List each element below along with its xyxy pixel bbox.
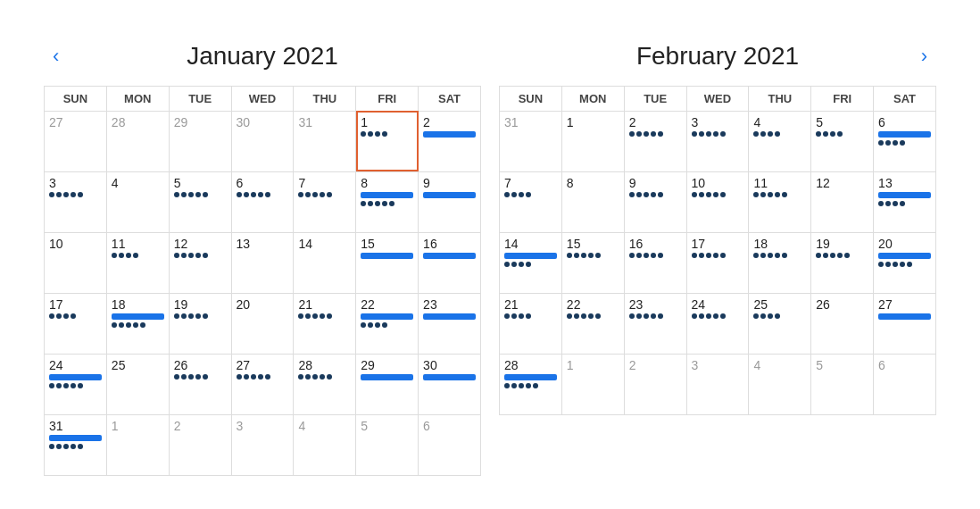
event-dot: [375, 131, 380, 137]
calendar-cell[interactable]: 15: [356, 232, 419, 293]
calendar-cell[interactable]: 7: [294, 171, 356, 232]
calendar-cell[interactable]: 4: [749, 354, 811, 414]
calendar-cell[interactable]: 8: [356, 171, 419, 232]
calendar-cell[interactable]: 9: [624, 171, 686, 232]
calendar-cell[interactable]: 14: [294, 232, 356, 293]
calendar-cell[interactable]: 4: [294, 414, 356, 475]
calendar-cell[interactable]: 5: [811, 111, 874, 171]
calendar-cell[interactable]: 13: [231, 232, 294, 293]
day-number: 8: [567, 176, 619, 190]
day-number: 5: [174, 176, 227, 190]
calendar-cell[interactable]: 25: [106, 354, 169, 414]
day-number: 15: [361, 237, 413, 251]
calendar-cell[interactable]: 21: [294, 293, 356, 354]
calendar-cell[interactable]: 22: [561, 293, 624, 354]
calendar-cell[interactable]: 3: [686, 354, 749, 414]
prev-month-button[interactable]: ‹: [44, 41, 68, 71]
event-dot: [658, 313, 663, 319]
calendar-cell[interactable]: 21: [500, 293, 562, 354]
calendar-cell[interactable]: 12: [811, 171, 874, 232]
calendar-cell[interactable]: 16: [624, 232, 686, 293]
calendar-cell[interactable]: 1: [106, 414, 169, 475]
calendar-cell[interactable]: 24: [686, 293, 749, 354]
calendar-cell[interactable]: 31: [45, 414, 107, 475]
weekday-header: TUE: [624, 86, 686, 111]
event-dot: [203, 253, 208, 258]
calendar-cell[interactable]: 23: [624, 293, 686, 354]
calendar-cell[interactable]: 12: [169, 232, 231, 293]
day-number: 12: [816, 176, 868, 190]
event-dot: [298, 192, 303, 197]
calendar-cell[interactable]: 13: [874, 171, 936, 232]
calendar-cell[interactable]: 3: [686, 111, 749, 171]
calendar-cell[interactable]: 2: [419, 111, 481, 171]
calendar-cell[interactable]: 11: [106, 232, 169, 293]
calendar-cell[interactable]: 7: [500, 171, 562, 232]
calendar-cell[interactable]: 8: [561, 171, 624, 232]
event-dot: [644, 192, 649, 197]
calendar-cell[interactable]: 2: [624, 111, 686, 171]
calendar-cell[interactable]: 10: [686, 171, 749, 232]
calendar-cell[interactable]: 28: [500, 354, 562, 414]
calendar-cell[interactable]: 6: [874, 354, 936, 414]
calendar-cell[interactable]: 22: [356, 293, 419, 354]
day-number: 7: [504, 176, 557, 190]
calendar-cell[interactable]: 24: [45, 354, 107, 414]
day-number: 7: [298, 176, 351, 190]
calendar-cell[interactable]: 28: [106, 111, 169, 171]
calendar-cell[interactable]: 2: [624, 354, 686, 414]
next-month-button[interactable]: ›: [912, 41, 936, 71]
calendar-cell[interactable]: 17: [686, 232, 749, 293]
calendar-cell[interactable]: 31: [500, 111, 562, 171]
event-dot: [312, 192, 318, 197]
calendar-cell[interactable]: 26: [169, 354, 231, 414]
calendar-cell[interactable]: 14: [500, 232, 562, 293]
calendar-cell[interactable]: 17: [45, 293, 107, 354]
calendar-cell[interactable]: 4: [749, 111, 811, 171]
calendar-cell[interactable]: 2: [169, 414, 231, 475]
calendar-cell[interactable]: 16: [419, 232, 481, 293]
calendar-cell[interactable]: 29: [356, 354, 419, 414]
calendar-cell[interactable]: 18: [106, 293, 169, 354]
event-dot: [768, 313, 773, 319]
calendar-cell[interactable]: 29: [169, 111, 231, 171]
calendar-cell[interactable]: 4: [106, 171, 169, 232]
calendar-cell[interactable]: 1: [561, 354, 624, 414]
calendar-cell[interactable]: 1: [561, 111, 624, 171]
calendar-cell[interactable]: 15: [561, 232, 624, 293]
calendar-cell[interactable]: 3: [231, 414, 294, 475]
calendar-cell[interactable]: 26: [811, 293, 874, 354]
day-number: 22: [361, 297, 413, 312]
event-dot: [629, 313, 635, 319]
event-dot: [837, 131, 843, 137]
event-dot: [174, 374, 179, 380]
calendar-cell[interactable]: 19: [811, 232, 874, 293]
calendar-cell[interactable]: 9: [419, 171, 481, 232]
event-dot: [706, 313, 711, 319]
calendar-cell[interactable]: 27: [231, 354, 294, 414]
calendar-cell[interactable]: 6: [231, 171, 294, 232]
day-number: 3: [692, 115, 744, 129]
calendar-cell[interactable]: 6: [874, 111, 936, 171]
calendar-cell[interactable]: 1: [356, 111, 419, 171]
calendar-cell[interactable]: 27: [874, 293, 936, 354]
calendar-cell[interactable]: 3: [45, 171, 107, 232]
event-dot: [720, 192, 726, 197]
calendar-cell[interactable]: 28: [294, 354, 356, 414]
calendar-cell[interactable]: 20: [874, 232, 936, 293]
calendar-cell[interactable]: 5: [169, 171, 231, 232]
calendar-cell[interactable]: 30: [419, 354, 481, 414]
calendar-cell[interactable]: 5: [811, 354, 874, 414]
calendar-cell[interactable]: 11: [749, 171, 811, 232]
calendar-cell[interactable]: 6: [419, 414, 481, 475]
calendar-cell[interactable]: 5: [356, 414, 419, 475]
calendar-cell[interactable]: 27: [45, 111, 107, 171]
calendar-cell[interactable]: 10: [45, 232, 107, 293]
calendar-cell[interactable]: 19: [169, 293, 231, 354]
calendar-cell[interactable]: 30: [231, 111, 294, 171]
calendar-cell[interactable]: 18: [749, 232, 811, 293]
calendar-cell[interactable]: 25: [749, 293, 811, 354]
calendar-cell[interactable]: 20: [231, 293, 294, 354]
calendar-cell[interactable]: 23: [419, 293, 481, 354]
calendar-cell[interactable]: 31: [294, 111, 356, 171]
